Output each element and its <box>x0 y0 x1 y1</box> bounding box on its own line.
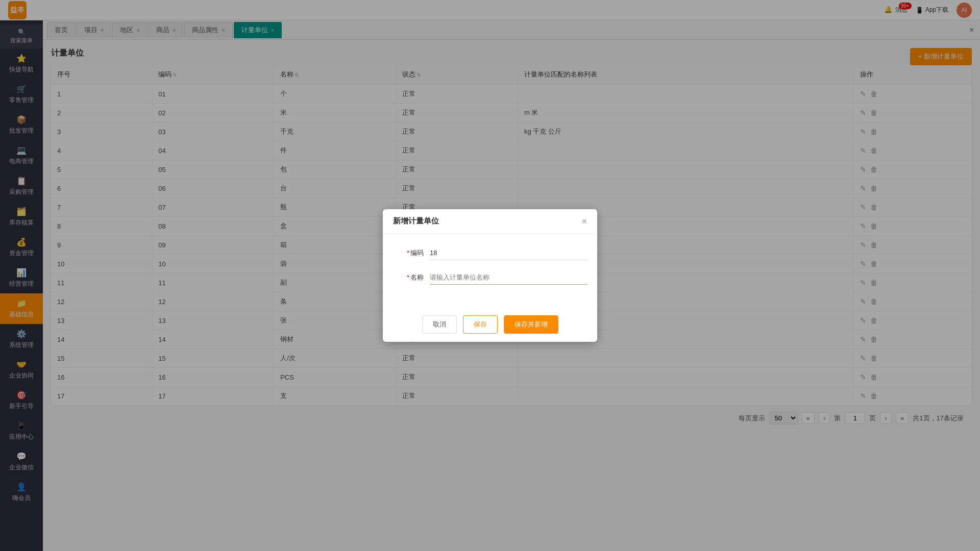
save-button[interactable]: 保存 <box>463 315 498 334</box>
cancel-button[interactable]: 取消 <box>422 315 457 334</box>
add-unit-modal: 新增计量单位 × *编码 *名称 取消 保存 保存并新增 <box>383 209 597 342</box>
code-label: *编码 <box>393 248 424 258</box>
name-input[interactable] <box>430 270 587 285</box>
code-required-mark: * <box>407 249 409 257</box>
save-new-button[interactable]: 保存并新增 <box>504 315 558 334</box>
modal-header: 新增计量单位 × <box>383 209 597 234</box>
modal-body: *编码 *名称 <box>383 234 597 307</box>
modal-overlay: 新增计量单位 × *编码 *名称 取消 保存 保存并新增 <box>0 0 980 551</box>
name-required-mark: * <box>407 273 409 281</box>
name-label: *名称 <box>393 273 424 282</box>
modal-footer: 取消 保存 保存并新增 <box>383 307 597 342</box>
form-row-name: *名称 <box>393 270 587 285</box>
code-input[interactable] <box>430 246 587 260</box>
form-row-code: *编码 <box>393 246 587 260</box>
modal-title: 新增计量单位 <box>393 216 439 226</box>
modal-close-btn[interactable]: × <box>581 217 587 226</box>
